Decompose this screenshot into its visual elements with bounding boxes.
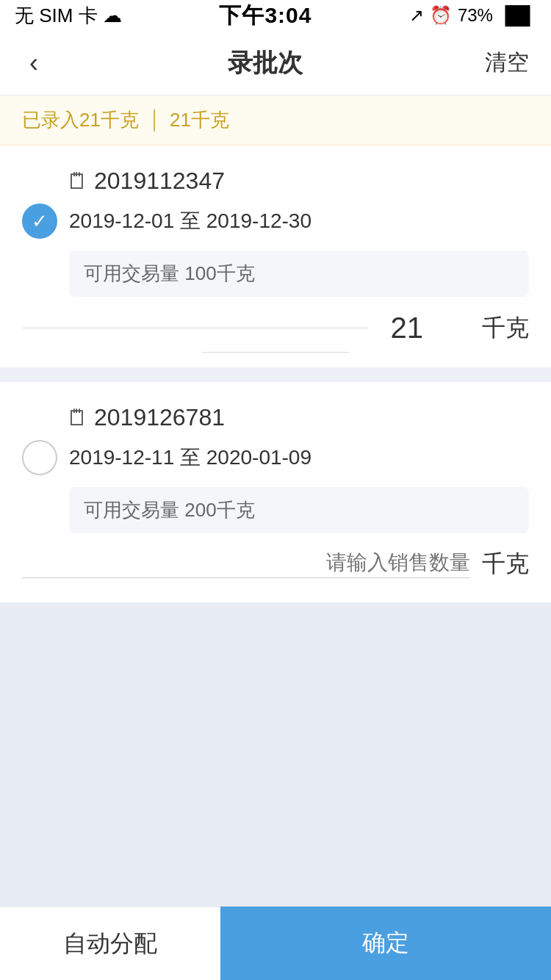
batch-item-2: 🗒 2019126781 2019-12-11 至 2020-01-09 可用交… [0, 382, 551, 602]
sales-quantity-input[interactable] [22, 551, 470, 574]
gray-filler [0, 602, 551, 907]
batch-available-1: 可用交易量 100千克 [69, 251, 529, 297]
clear-button[interactable]: 清空 [485, 48, 529, 78]
status-bar: 无 SIM 卡 ☁ 下午3:04 ↗ ⏰ 73% ▐█▌ [0, 0, 551, 31]
batch-id-icon-2: 🗒 [66, 406, 88, 430]
radio-2[interactable] [22, 440, 57, 475]
content-area: 🗒 2019112347 ✓ 2019-12-01 至 2019-12-30 可… [0, 145, 551, 907]
batch-id-text-2: 2019126781 [94, 404, 225, 431]
section-gap [0, 367, 551, 382]
quantity-unit-1: 千克 [482, 312, 529, 345]
status-left: 无 SIM 卡 ☁ [15, 3, 122, 29]
status-right: ↗ ⏰ 73% ▐█▌ [409, 5, 536, 26]
quantity-value-1: 21 [391, 311, 424, 345]
check-icon-1: ✓ [32, 210, 48, 233]
banner-divider [154, 109, 155, 131]
recorded-label: 已录入21千克 [22, 107, 139, 133]
bottom-bar: 自动分配 确定 [0, 907, 551, 980]
info-banner: 已录入21千克 21千克 [0, 96, 551, 145]
back-button[interactable]: ‹ [22, 40, 46, 86]
battery-icon: ▐█▌ [499, 5, 536, 26]
recorded-value: 21千克 [170, 107, 229, 133]
input-unit-2: 千克 [482, 548, 529, 580]
radio-1[interactable]: ✓ [22, 203, 57, 239]
batch-date-2: 2019-12-11 至 2020-01-09 [69, 444, 311, 472]
auto-distribute-button[interactable]: 自动分配 [0, 907, 220, 980]
batch-available-2: 可用交易量 200千克 [69, 487, 529, 533]
sim-text: 无 SIM 卡 ☁ [15, 3, 122, 29]
status-time: 下午3:04 [219, 1, 311, 31]
location-icon: ↗ [409, 5, 424, 26]
batch-item-1: 🗒 2019112347 ✓ 2019-12-01 至 2019-12-30 可… [0, 145, 551, 367]
batch-id-icon-1: 🗒 [66, 169, 88, 194]
page-title: 录批次 [228, 46, 303, 80]
batch-id-text-1: 2019112347 [94, 167, 225, 195]
confirm-button[interactable]: 确定 [220, 907, 551, 980]
nav-bar: ‹ 录批次 清空 [0, 31, 551, 96]
battery-text: 73% [458, 5, 493, 26]
alarm-icon: ⏰ [430, 5, 452, 26]
batch-date-1: 2019-12-01 至 2019-12-30 [69, 207, 311, 235]
